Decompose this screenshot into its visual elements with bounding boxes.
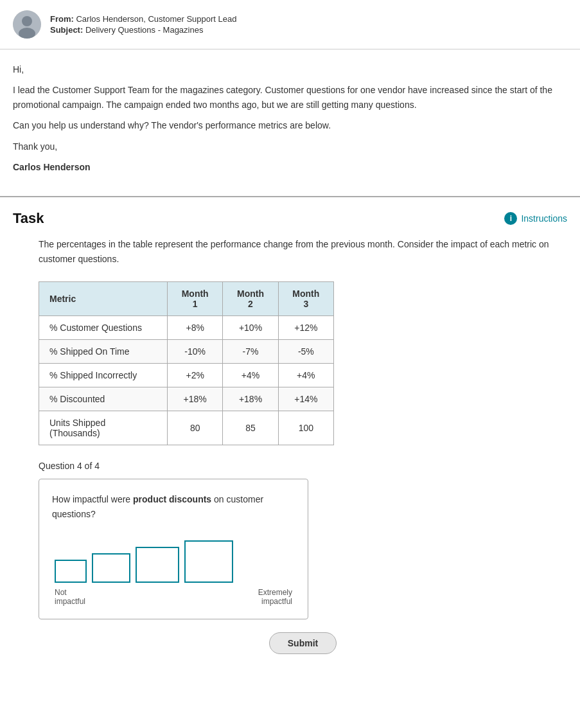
table-cell-4-3: 100 [278,411,333,445]
question-text-bold: product discounts [133,494,211,504]
submit-area: Submit [39,632,567,654]
rating-option-3[interactable] [136,547,179,583]
table-row: % Customer Questions+8%+10%+12% [39,316,334,340]
email-from: From: Carlos Henderson, Customer Support… [50,14,237,24]
email-subject: Subject: Delivery Questions - Magazines [50,25,237,35]
rating-labels: Notimpactful Extremelyimpactful [52,588,295,606]
rating-box-4[interactable] [184,540,233,583]
table-cell-1-3: -5% [278,340,333,364]
table-header-row: Metric Month 1 Month 2 Month 3 [39,282,334,316]
task-header: Task i Instructions [13,210,567,227]
avatar [13,10,41,39]
col-header-month2: Month 2 [223,282,278,316]
email-paragraph1: I lead the Customer Support Team for the… [13,83,567,112]
table-cell-0-0: % Customer Questions [39,316,168,340]
instructions-label: Instructions [521,213,567,224]
table-row: % Shipped On Time-10%-7%-5% [39,340,334,364]
table-cell-3-0: % Discounted [39,387,168,411]
metrics-table-wrapper: Metric Month 1 Month 2 Month 3 % Custome… [39,281,567,445]
col-header-metric: Metric [39,282,168,316]
table-cell-3-3: +14% [278,387,333,411]
email-header: From: Carlos Henderson, Customer Support… [0,0,580,49]
table-cell-4-0: Units Shipped (Thousands) [39,411,168,445]
rating-label-extremely-impactful: Extremelyimpactful [258,588,292,606]
table-cell-3-1: +18% [168,387,223,411]
rating-label-not-impactful: Notimpactful [55,588,85,606]
table-row: Units Shipped (Thousands)8085100 [39,411,334,445]
col-header-month3: Month 3 [278,282,333,316]
email-greeting: Hi, [13,62,567,76]
table-cell-0-3: +12% [278,316,333,340]
rating-box-2[interactable] [92,553,130,583]
rating-option-2[interactable] [92,553,130,583]
table-cell-2-1: +2% [168,364,223,387]
table-cell-2-0: % Shipped Incorrectly [39,364,168,387]
question-text: How impactful were product discounts on … [52,492,295,521]
svg-point-1 [22,16,32,26]
col-header-month1: Month 1 [168,282,223,316]
metrics-table: Metric Month 1 Month 2 Month 3 % Custome… [39,281,334,445]
table-row: % Discounted+18%+18%+14% [39,387,334,411]
rating-box-3[interactable] [136,547,179,583]
table-cell-2-2: +4% [223,364,278,387]
rating-option-4[interactable] [184,540,233,583]
task-description: The percentages in the table represent t… [39,237,567,266]
table-cell-4-1: 80 [168,411,223,445]
question-box: How impactful were product discounts on … [39,479,308,619]
table-cell-1-2: -7% [223,340,278,364]
table-cell-3-2: +18% [223,387,278,411]
table-row: % Shipped Incorrectly+2%+4%+4% [39,364,334,387]
task-title: Task [13,210,44,227]
email-paragraph2: Can you help us understand why? The vend… [13,118,567,132]
table-cell-1-0: % Shipped On Time [39,340,168,364]
question-text-part1: How impactful were [52,494,133,504]
rating-box-1[interactable] [55,560,87,583]
table-cell-1-1: -10% [168,340,223,364]
email-body: Hi, I lead the Customer Support Team for… [0,49,580,197]
table-cell-2-3: +4% [278,364,333,387]
table-cell-0-2: +10% [223,316,278,340]
rating-option-1[interactable] [55,560,87,583]
info-icon: i [504,212,517,225]
submit-button[interactable]: Submit [269,632,337,654]
email-meta: From: Carlos Henderson, Customer Support… [50,14,237,35]
email-closing: Thank you, [13,139,567,154]
question-section: Question 4 of 4 How impactful were produ… [39,461,567,619]
email-signature: Carlos Henderson [13,160,567,174]
task-section: Task i Instructions The percentages in t… [0,197,580,667]
instructions-link[interactable]: i Instructions [504,212,567,225]
table-cell-4-2: 85 [223,411,278,445]
table-cell-0-1: +8% [168,316,223,340]
question-counter: Question 4 of 4 [39,461,567,471]
rating-scale [52,540,295,583]
